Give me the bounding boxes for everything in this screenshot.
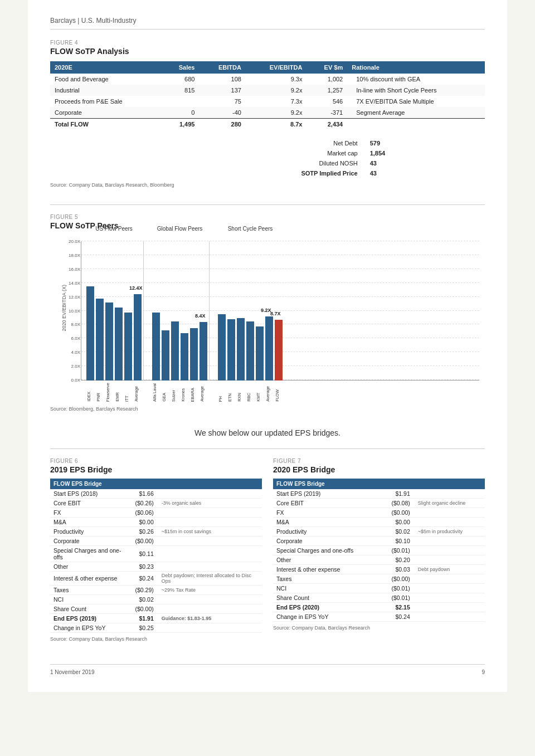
bridge-note: ~$5m in productivity <box>414 527 485 536</box>
bridge-note <box>157 604 262 614</box>
y-tick-label: 10.0X <box>69 308 80 313</box>
avg-bar-label: 8.7X <box>270 311 281 316</box>
sotp-cell: Corporate <box>50 107 163 119</box>
y-tick-label: 20.0X <box>69 239 80 244</box>
sotp-cell: In-line with Short Cycle Peers <box>347 85 485 96</box>
bridge-label: Corporate <box>273 536 381 546</box>
bar-rect <box>152 313 160 381</box>
bridge-value: $1.91 <box>381 489 413 499</box>
bar-rect <box>237 318 245 381</box>
figure6-label: FIGURE 6 <box>50 458 262 464</box>
avg-bar-label: 9.2X <box>261 308 271 313</box>
bridge-note <box>414 584 485 593</box>
bar-x-label: FLOW <box>275 389 283 402</box>
bar-x-label: PH <box>218 396 226 402</box>
bridge-note <box>157 562 262 572</box>
bar-x-label: Average <box>265 386 273 402</box>
y-tick-label: 8.0X <box>71 322 80 327</box>
bridge-note <box>157 623 262 633</box>
bridge-note: Slight organic decline <box>414 499 485 508</box>
y-tick-label: 12.0X <box>69 294 80 299</box>
bridge-value: ($0.00) <box>381 574 413 584</box>
bridge-value: $0.10 <box>381 536 413 546</box>
bridge-note: ~$15m in cost savings <box>157 527 262 536</box>
summary-value: 43 <box>363 159 417 168</box>
bridge-note <box>157 595 262 604</box>
bridge-value: $0.25 <box>132 623 157 633</box>
bridge-value: $0.24 <box>132 572 157 586</box>
sotp-table: 2020E Sales EBITDA EV/EBITDA EV $m Ratio… <box>50 61 485 130</box>
y-tick-label: 18.0X <box>69 252 80 257</box>
bridge-label: Special Charges and one-offs <box>273 546 381 555</box>
bridge-note: Debt paydown <box>414 565 485 574</box>
bridge-note: ~29% Tax Rate <box>157 586 262 595</box>
bridge-label: NCI <box>273 584 381 593</box>
sotp-cell: 9.2x <box>246 107 307 119</box>
bridge-note <box>414 612 485 622</box>
sotp-cell: 280 <box>199 119 246 130</box>
y-tick-label: 16.0X <box>69 266 80 271</box>
brand-header: Barclays | U.S. Multi-Industry <box>50 17 485 30</box>
y-tick-label: 14.0X <box>69 280 80 285</box>
bridge-label: Share Count <box>273 593 381 603</box>
bridge-label: Productivity <box>50 527 132 536</box>
bridge-value: ($0.06) <box>132 508 157 518</box>
bar-rect <box>181 333 188 381</box>
bridge-label: End EPS (2019) <box>50 614 132 623</box>
bridge-label: Other <box>50 562 132 572</box>
page: Barclays | U.S. Multi-Industry FIGURE 4 … <box>28 0 507 692</box>
col-sales: Sales <box>163 61 200 74</box>
figure7-title: 2020 EPS Bridge <box>273 465 485 474</box>
bridge-value: $2.15 <box>381 603 413 612</box>
sotp-cell: 75 <box>199 96 246 107</box>
sotp-cell: Proceeds from P&E Sale <box>50 96 163 107</box>
figure5-label: FIGURE 5 <box>50 214 485 220</box>
sotp-cell: 9.2x <box>246 85 307 96</box>
sotp-cell: 1,002 <box>307 74 347 85</box>
bridge-label: FX <box>273 508 381 518</box>
summary-value: 579 <box>363 139 417 148</box>
bridge-note <box>414 574 485 584</box>
bridge-value: ($0.01) <box>381 584 413 593</box>
y-axis-label: 2020 EV/EBITDA (X) <box>61 285 67 331</box>
figure4-source: Source: Company Data, Barclays Research,… <box>50 182 485 188</box>
bar-x-label: Average <box>200 386 207 402</box>
bridge-label: Core EBIT <box>50 499 132 508</box>
bridge-label: Change in EPS YoY <box>273 612 381 622</box>
summary-value: 1,854 <box>363 149 417 158</box>
figure6-source: Source: Company Data, Barclays Research <box>50 636 262 642</box>
bridge-note <box>414 555 485 565</box>
bridge-label: End EPS (2020) <box>273 603 381 612</box>
bar-rect <box>162 330 169 381</box>
mid-text: We show below our updated EPS bridges. <box>50 428 485 437</box>
bridge-note <box>414 518 485 527</box>
sotp-cell: 7.3x <box>246 96 307 107</box>
summary-label: SOTP Implied Price <box>230 169 362 178</box>
bridge-label: Taxes <box>273 574 381 584</box>
bar-x-label: GEA <box>162 393 169 402</box>
bar-x-label: Average <box>134 386 142 402</box>
sotp-cell: 815 <box>163 85 200 96</box>
footer-date: 1 November 2019 <box>50 669 95 675</box>
col-2020e: 2020E <box>50 61 163 74</box>
bridge-label: Corporate <box>50 536 132 546</box>
sotp-cell: -40 <box>199 107 246 119</box>
summary-label: Diluted NOSH <box>230 159 362 168</box>
bar-rect: 8.7X <box>275 320 283 381</box>
bridge-label: Special Charges and one-offs <box>50 546 132 562</box>
bridge-note <box>157 489 262 499</box>
bridge-value: $0.11 <box>132 546 157 562</box>
brand-text: Barclays | U.S. Multi-Industry <box>50 17 137 25</box>
bridge-value: $0.26 <box>132 527 157 536</box>
sotp-cell: 8.7x <box>246 119 307 130</box>
bar-x-label: Krones <box>181 388 188 402</box>
sotp-cell: 546 <box>307 96 347 107</box>
section-label: Global Flow Peers <box>152 226 207 232</box>
summary-value: 43 <box>363 169 417 178</box>
bridge-label: Taxes <box>50 586 132 595</box>
bar-rect <box>190 328 198 381</box>
bar-rect <box>218 314 226 381</box>
bridge-note <box>157 546 262 562</box>
figure6-table: Start EPS (2018)$1.66Core EBIT($0.26)-3%… <box>50 489 262 633</box>
bridge-note <box>414 489 485 499</box>
